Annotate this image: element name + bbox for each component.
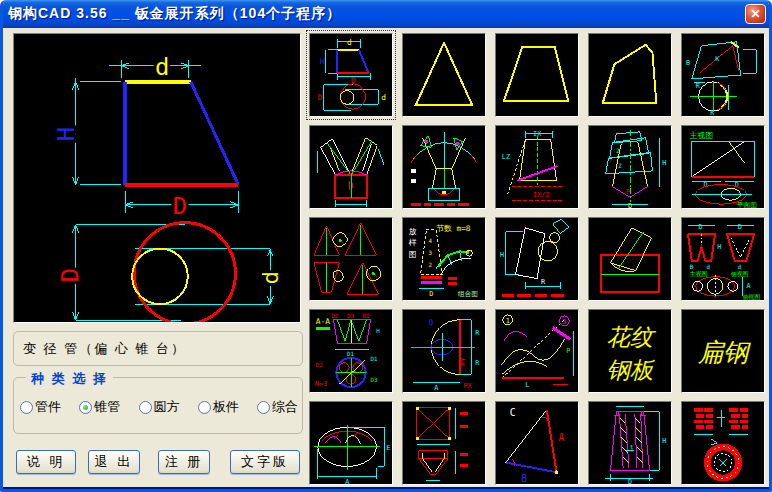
radio-circle-icon: [79, 401, 92, 414]
segmented-reducer-drawing: H P D Z Z: [589, 126, 671, 208]
square-hopper-drawing: [403, 402, 485, 484]
svg-text:D: D: [738, 223, 742, 231]
svg-text:俯视图: 俯视图: [743, 293, 761, 300]
svg-text:H: H: [376, 328, 380, 334]
text-version-button[interactable]: 文字版: [230, 450, 300, 474]
tapered-drum-drawing: H t D: [589, 402, 671, 484]
thumb-slant-frustum-layout[interactable]: H R: [495, 217, 579, 301]
thumb-triangle-plates[interactable]: [309, 217, 393, 301]
eccentric-cone-thumb-drawing: d H D D d: [310, 34, 392, 116]
thumb-flange-ring[interactable]: [681, 401, 765, 485]
svg-text:d: d: [706, 264, 710, 270]
svg-text:D: D: [628, 202, 632, 208]
svg-text:侧视图: 侧视图: [731, 270, 749, 278]
ellipse-layout-drawing: E A: [310, 402, 392, 484]
svg-text:主视图: 主视图: [690, 270, 708, 278]
thumb-ellipse-layout[interactable]: E A: [309, 401, 393, 485]
thumb-curve-template[interactable]: 1 L 3 P: [495, 309, 579, 393]
thumb-oblique-cone-frustum[interactable]: [588, 33, 672, 117]
thumb-frustum-layout[interactable]: IX LZ IX/2: [495, 125, 579, 209]
thumb-ellipse-projection[interactable]: Q R R PY PX A: [402, 309, 486, 393]
svg-text:IX: IX: [533, 130, 542, 138]
thumb-two-branch-wye[interactable]: [309, 125, 393, 209]
svg-text:2: 2: [428, 262, 432, 268]
register-button[interactable]: 注 册: [158, 450, 210, 474]
cylinder-cone-joint-drawing: B K R K: [682, 34, 764, 116]
svg-text:P: P: [626, 188, 630, 196]
cone-drawing: [403, 34, 485, 116]
svg-text:平面图: 平面图: [737, 201, 757, 208]
section-aa-drawing: A-A D2 D3 D2 H D1 D2 D1 D3: [310, 310, 392, 392]
thumb-pants-fitting[interactable]: D H B d 主视图 D d 侧视图 A 俯视图: [681, 217, 765, 301]
thumb-eccentric-cone-frustum[interactable]: d H D D d: [309, 33, 393, 117]
exit-button[interactable]: 退 出: [88, 450, 140, 474]
radio-round-square[interactable]: 圆方: [139, 398, 180, 416]
svg-text:D3: D3: [371, 377, 379, 383]
svg-text:D2: D2: [331, 313, 339, 319]
ellipse-projection-drawing: Q R R PY PX A: [403, 310, 485, 392]
radio-comprehensive[interactable]: 综合: [257, 398, 298, 416]
svg-text:K: K: [710, 109, 715, 116]
selected-program-description: 变 径 管（偏 心 锥 台）: [13, 331, 303, 366]
triangle-plates-drawing: [310, 218, 392, 300]
svg-text:样: 样: [408, 238, 417, 247]
thumb-segmented-reducer[interactable]: H P D Z Z: [588, 125, 672, 209]
thumb-square-hopper[interactable]: [402, 401, 486, 485]
svg-text:D3: D3: [347, 313, 355, 319]
radio-cone-pipe[interactable]: 锥管: [79, 398, 120, 416]
svg-text:1: 1: [506, 317, 510, 325]
svg-text:d: d: [347, 38, 352, 47]
svg-text:d: d: [738, 264, 742, 270]
multi-branch-wye-drawing: [403, 126, 485, 208]
radio-circle-icon: [198, 401, 211, 414]
svg-text:P: P: [566, 347, 570, 355]
svg-text:花纹: 花纹: [607, 323, 657, 351]
thumb-multi-branch-wye[interactable]: [402, 125, 486, 209]
thumb-flat-steel-text[interactable]: 扁钢: [681, 309, 765, 393]
slant-frustum-layout-drawing: H R: [496, 218, 578, 300]
svg-text:B: B: [686, 59, 690, 67]
svg-text:A: A: [746, 282, 750, 290]
svg-text:d: d: [155, 53, 169, 81]
thumb-section-aa-branches[interactable]: A-A D2 D3 D2 H D1 D2 D1 D3: [309, 309, 393, 393]
eccentric-cone-drawing: d H D D d: [14, 34, 300, 322]
triangle-solver-drawing: C A B: [496, 402, 578, 484]
type-radio-row: 管件 锥管 圆方 板件 综合: [18, 398, 300, 416]
radio-pipe-fittings[interactable]: 管件: [20, 398, 61, 416]
close-icon[interactable]: ✕: [745, 4, 766, 24]
svg-text:D: D: [429, 290, 433, 298]
thumb-tapered-drum[interactable]: H t D: [588, 401, 672, 485]
thumb-triangle-solver[interactable]: C A B: [495, 401, 579, 485]
radio-plate-parts[interactable]: 板件: [198, 398, 239, 416]
svg-text:B: B: [690, 264, 694, 270]
flange-ring-drawing: [682, 402, 764, 484]
svg-text:N=3: N=3: [315, 380, 327, 388]
pants-fitting-drawing: D H B d 主视图 D d 侧视图 A 俯视图: [682, 218, 764, 300]
app-window: 钢构CAD 3.56 __ 钣金展开系列（104个子程序） ✕: [0, 0, 772, 492]
svg-text:PY: PY: [459, 357, 467, 365]
svg-text:LZ: LZ: [502, 153, 510, 161]
svg-text:主视图: 主视图: [690, 131, 713, 140]
thumb-cone[interactable]: [402, 33, 486, 117]
frustum-layout-drawing: IX LZ IX/2: [496, 126, 578, 208]
svg-text:PX: PX: [464, 382, 473, 390]
thumb-cone-views[interactable]: 主视图 D D 平面图: [681, 125, 765, 209]
svg-text:D: D: [173, 192, 187, 220]
help-button[interactable]: 说 明: [16, 450, 76, 474]
svg-text:IX/2: IX/2: [533, 191, 549, 199]
thumb-cone-frustum[interactable]: [495, 33, 579, 117]
svg-text:R: R: [541, 278, 546, 286]
svg-text:H: H: [662, 437, 666, 445]
thumb-checkered-plate-text[interactable]: 花纹 钢板: [588, 309, 672, 393]
title-bar: 钢构CAD 3.56 __ 钣金展开系列（104个子程序） ✕: [0, 0, 772, 28]
thumb-branch-on-tank[interactable]: [588, 217, 672, 301]
svg-text:H: H: [52, 127, 80, 141]
thumb-cylinder-cone-joint[interactable]: B K R K: [681, 33, 765, 117]
branch-on-tank-drawing: [589, 218, 671, 300]
svg-text:放: 放: [409, 227, 417, 236]
svg-text:Q: Q: [428, 318, 433, 327]
svg-text:A-A: A-A: [316, 317, 330, 326]
frustum-drawing: [496, 34, 578, 116]
segment-layout-drawing: 放 样 图 节数 m=8 4 3 2 D 组合图: [403, 218, 485, 300]
thumb-segment-layout[interactable]: 放 样 图 节数 m=8 4 3 2 D 组合图: [402, 217, 486, 301]
